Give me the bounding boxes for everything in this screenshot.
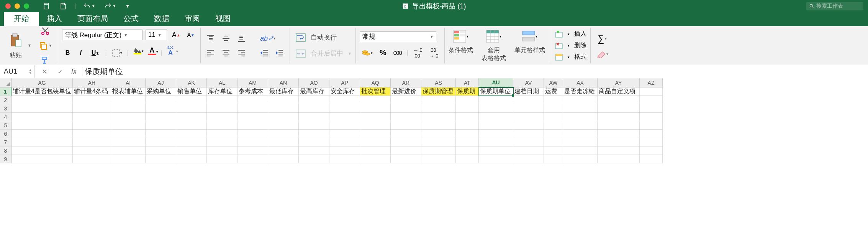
cell-AY7[interactable]	[598, 138, 640, 146]
cell-AK1[interactable]: 销售单位	[176, 87, 207, 96]
cell-AX3[interactable]	[563, 104, 598, 113]
cell-AO7[interactable]	[299, 138, 329, 146]
merge-center-button[interactable]	[294, 48, 308, 59]
cell-AI2[interactable]	[111, 96, 146, 104]
column-header-AR[interactable]: AR	[391, 78, 421, 87]
cell-AX1[interactable]: 是否走冻链	[563, 87, 598, 96]
cell-AH6[interactable]	[73, 130, 111, 138]
cell-AT2[interactable]	[456, 96, 479, 104]
row-header-9[interactable]: 9	[0, 155, 11, 163]
column-header-AH[interactable]: AH	[73, 78, 111, 87]
column-header-AT[interactable]: AT	[456, 78, 479, 87]
cell-AL3[interactable]	[207, 104, 237, 113]
cell-AT6[interactable]	[456, 130, 479, 138]
cell-AI9[interactable]	[111, 155, 146, 163]
close-window-button[interactable]	[5, 3, 11, 9]
cell-AW9[interactable]	[544, 155, 563, 163]
cell-AH1[interactable]: 辅计量4条码	[73, 87, 111, 96]
cell-AW4[interactable]	[544, 113, 563, 121]
cell-AO1[interactable]: 最高库存	[299, 87, 329, 96]
fx-icon[interactable]: fx	[71, 67, 77, 76]
tab-home[interactable]: 开始	[4, 11, 39, 26]
select-all-corner[interactable]	[0, 78, 11, 87]
cell-AZ4[interactable]	[640, 113, 663, 121]
cell-AT5[interactable]	[456, 121, 479, 130]
column-header-AP[interactable]: AP	[329, 78, 360, 87]
cell-AQ6[interactable]	[360, 130, 391, 138]
cell-AK9[interactable]	[176, 155, 207, 163]
row-header-8[interactable]: 8	[0, 146, 11, 155]
cell-AY3[interactable]	[598, 104, 640, 113]
row-header-3[interactable]: 3	[0, 104, 11, 113]
border-button[interactable]: ▾	[110, 48, 124, 58]
cell-AG7[interactable]	[11, 138, 73, 146]
cell-AS8[interactable]	[421, 146, 456, 155]
cell-AY6[interactable]	[598, 130, 640, 138]
name-box[interactable]: AU1 ▲▼	[0, 65, 34, 78]
paste-button[interactable]	[7, 32, 25, 49]
cell-AR5[interactable]	[391, 121, 421, 130]
tab-page-layout[interactable]: 页面布局	[70, 11, 116, 26]
cell-AW6[interactable]	[544, 130, 563, 138]
cell-AT9[interactable]	[456, 155, 479, 163]
cell-AX5[interactable]	[563, 121, 598, 130]
phonetic-button[interactable]: abcA▾	[165, 44, 175, 61]
cell-AK5[interactable]	[176, 121, 207, 130]
cell-styles-button[interactable]: ▾	[520, 28, 539, 44]
row-header-5[interactable]: 5	[0, 121, 11, 130]
decrease-font-icon[interactable]: A▼	[185, 31, 197, 39]
cell-AU2[interactable]	[479, 96, 513, 104]
cell-AL8[interactable]	[207, 146, 237, 155]
cell-AR8[interactable]	[391, 146, 421, 155]
row-header-2[interactable]: 2	[0, 96, 11, 104]
column-header-AI[interactable]: AI	[111, 78, 146, 87]
row-header-4[interactable]: 4	[0, 113, 11, 121]
decrease-decimal-icon[interactable]: .00→.0	[427, 46, 441, 60]
cell-AI7[interactable]	[111, 138, 146, 146]
conditional-format-button[interactable]: ▾	[451, 28, 470, 44]
cell-AS5[interactable]	[421, 121, 456, 130]
cell-AQ4[interactable]	[360, 113, 391, 121]
cell-AQ1[interactable]: 批次管理	[360, 87, 391, 96]
cell-AP4[interactable]	[329, 113, 360, 121]
cell-AX6[interactable]	[563, 130, 598, 138]
column-header-AL[interactable]: AL	[207, 78, 237, 87]
cell-AN4[interactable]	[268, 113, 299, 121]
cell-AG9[interactable]	[11, 155, 73, 163]
cell-AZ1[interactable]	[640, 87, 663, 96]
tab-view[interactable]: 视图	[208, 11, 238, 26]
cell-AR7[interactable]	[391, 138, 421, 146]
redo-icon[interactable]: ▼	[102, 1, 118, 11]
tab-data[interactable]: 数据	[146, 11, 177, 26]
number-format-combo[interactable]: 常规▼	[360, 31, 436, 42]
cell-AN5[interactable]	[268, 121, 299, 130]
cell-AM1[interactable]: 参考成本	[237, 87, 268, 96]
cell-AJ1[interactable]: 采购单位	[146, 87, 176, 96]
underline-button[interactable]: U▾	[88, 48, 102, 58]
cell-AS7[interactable]	[421, 138, 456, 146]
cell-AW3[interactable]	[544, 104, 563, 113]
cell-AG8[interactable]	[11, 146, 73, 155]
cell-AG4[interactable]	[11, 113, 73, 121]
cell-AO2[interactable]	[299, 96, 329, 104]
column-header-AX[interactable]: AX	[563, 78, 598, 87]
cell-AN1[interactable]: 最低库存	[268, 87, 299, 96]
cell-AG5[interactable]	[11, 121, 73, 130]
cell-AK3[interactable]	[176, 104, 207, 113]
font-size-combo[interactable]: 11▼	[146, 30, 167, 40]
qat-customize-icon[interactable]: ▼	[123, 2, 132, 10]
cell-AZ8[interactable]	[640, 146, 663, 155]
cell-AW8[interactable]	[544, 146, 563, 155]
cell-AM7[interactable]	[237, 138, 268, 146]
cut-icon[interactable]	[37, 25, 54, 37]
font-name-combo[interactable]: 等线 Regular (正文)▼	[62, 30, 142, 40]
cell-AO6[interactable]	[299, 130, 329, 138]
cell-AV2[interactable]	[513, 96, 544, 104]
cell-AM3[interactable]	[237, 104, 268, 113]
cell-AQ3[interactable]	[360, 104, 391, 113]
cell-AH2[interactable]	[73, 96, 111, 104]
cell-AN9[interactable]	[268, 155, 299, 163]
cell-AN3[interactable]	[268, 104, 299, 113]
zoom-window-button[interactable]	[24, 3, 29, 9]
column-header-AS[interactable]: AS	[421, 78, 456, 87]
